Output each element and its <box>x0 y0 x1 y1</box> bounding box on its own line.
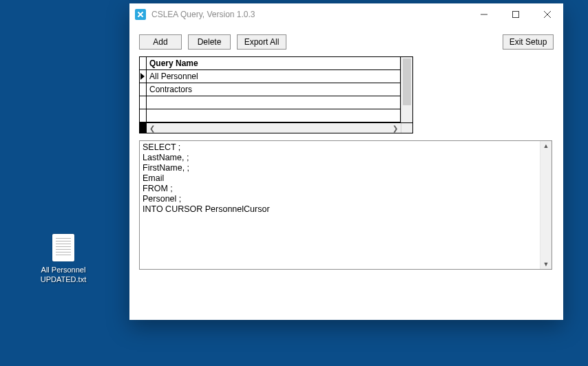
svg-rect-0 <box>513 11 519 17</box>
grid-header-cell[interactable]: Query Name <box>147 57 401 69</box>
grid-row[interactable]: Contractors <box>140 83 401 96</box>
app-icon <box>135 9 146 20</box>
delete-button[interactable]: Delete <box>188 34 231 50</box>
grid-header-gutter <box>140 57 147 69</box>
desktop-file-icon[interactable]: All Personnel UPDATED.txt <box>39 234 88 284</box>
grid-cell[interactable] <box>147 96 401 109</box>
editor-vertical-scrollbar[interactable]: ▲ ▼ <box>540 141 552 269</box>
minimize-button[interactable] <box>468 3 500 25</box>
grid-row[interactable]: All Personnel <box>140 70 401 83</box>
window-title: CSLEA Query, Version 1.0.3 <box>151 10 468 19</box>
grid-cell[interactable] <box>147 109 401 122</box>
maximize-button[interactable] <box>500 3 532 25</box>
grid-cell[interactable]: Contractors <box>147 83 401 96</box>
maximize-icon <box>512 11 519 18</box>
grid-horizontal-scrollbar[interactable]: ❮ ❯ <box>147 123 401 133</box>
scroll-up-icon[interactable]: ▲ <box>540 142 552 149</box>
minimize-icon <box>481 11 487 18</box>
scroll-right-icon[interactable]: ❯ <box>391 125 399 132</box>
scroll-left-icon[interactable]: ❮ <box>148 125 156 132</box>
grid-row-gutter <box>140 109 147 122</box>
grid-cell[interactable]: All Personnel <box>147 70 401 83</box>
grid-row-indicator-icon <box>140 70 147 83</box>
export-all-button[interactable]: Export All <box>237 34 286 50</box>
grid-row[interactable] <box>140 96 401 109</box>
exit-setup-button[interactable]: Exit Setup <box>503 34 554 50</box>
sql-editor-container: SELECT ; LastName, ; FirstName, ; Email … <box>139 140 552 270</box>
close-icon <box>544 11 551 18</box>
query-grid[interactable]: Query Name All Personnel Contractors <box>139 56 413 133</box>
scroll-down-icon[interactable]: ▼ <box>540 261 552 268</box>
text-file-icon <box>52 234 74 261</box>
sql-editor[interactable]: SELECT ; LastName, ; FirstName, ; Email … <box>140 141 540 269</box>
grid-row[interactable] <box>140 109 401 122</box>
titlebar[interactable]: CSLEA Query, Version 1.0.3 <box>129 3 563 25</box>
scrollbar-thumb[interactable] <box>403 58 411 105</box>
grid-rows-container: Query Name All Personnel Contractors <box>140 57 401 122</box>
client-area: Add Delete Export All Exit Setup Query N… <box>129 25 563 320</box>
grid-header-row: Query Name <box>140 57 401 70</box>
toolbar: Add Delete Export All Exit Setup <box>139 34 554 50</box>
desktop-file-label: All Personnel UPDATED.txt <box>30 265 96 284</box>
grid-vertical-scrollbar[interactable] <box>401 57 412 122</box>
app-window: CSLEA Query, Version 1.0.3 Add Delete Ex… <box>129 3 563 320</box>
close-button[interactable] <box>532 3 563 25</box>
grid-row-gutter <box>140 83 147 96</box>
grid-row-gutter <box>140 96 147 109</box>
scrollbar-corner <box>401 123 412 133</box>
grid-hscroll-gutter <box>140 123 147 133</box>
desktop-background: All Personnel UPDATED.txt CSLEA Query, V… <box>0 0 588 366</box>
window-controls <box>468 3 563 25</box>
add-button[interactable]: Add <box>139 34 182 50</box>
